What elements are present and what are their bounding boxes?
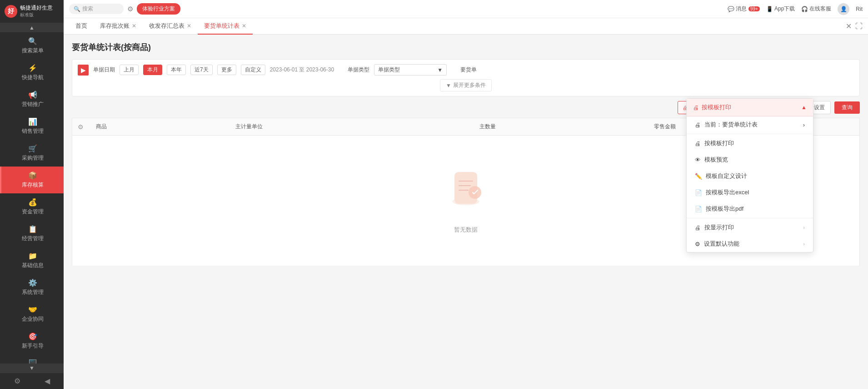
sidebar-item-operations[interactable]: 📋 经营管理 <box>0 220 64 247</box>
current-chevron: › <box>803 121 805 128</box>
newbie-icon: 🎯 <box>28 332 37 341</box>
sidebar-item-label: 新手引导 <box>22 342 44 350</box>
date-this-month-btn[interactable]: 本月 <box>143 65 162 75</box>
settings-bottom-btn[interactable]: ⚙ <box>14 377 20 385</box>
online-service-label: 在线客服 <box>809 5 831 13</box>
set-default-item[interactable]: ⚙ 设置默认功能 › <box>687 236 813 252</box>
print-dropdown-item-2[interactable]: ✏️ 模板自定义设计 <box>687 168 813 184</box>
sidebar-item-label: 系统管理 <box>22 288 44 296</box>
print-dropdown: 🖨 按模板打印 ▲ 🖨 当前：要货单统计表 › 🖨 按模板打印 👁 模板预览 <box>686 98 813 253</box>
filter-expand-icon[interactable]: ▶ <box>78 65 89 76</box>
sidebar-item-label: 搜索菜单 <box>22 47 44 55</box>
display-print-label: 按显示打印 <box>704 223 734 232</box>
dropdown-chevron-icon: ▼ <box>437 67 443 73</box>
search-menu-icon: 🔍 <box>28 37 37 45</box>
divider-1 <box>687 134 813 134</box>
sidebar-item-basic[interactable]: 📁 基础信息 <box>0 247 64 274</box>
sidebar-item-finance[interactable]: 💰 资金管理 <box>0 193 64 220</box>
message-label: 消息 <box>736 5 747 13</box>
col-unit: 主计量单位 <box>230 118 474 136</box>
tab-inventory-batch-label: 库存批次账 <box>100 22 130 30</box>
set-default-left: ⚙ 设置默认功能 <box>695 240 739 248</box>
display-print-item[interactable]: 🖨 按显示打印 › <box>687 219 813 236</box>
date-this-year-btn[interactable]: 本年 <box>167 65 186 75</box>
sidebar-item-newbie[interactable]: 🎯 新手引导 <box>0 328 64 354</box>
sidebar-item-label: 快捷导航 <box>22 74 44 81</box>
sidebar-item-sales[interactable]: 📊 销售管理 <box>0 113 64 140</box>
sidebar-item-search-menu[interactable]: 🔍 搜索菜单 <box>0 32 64 59</box>
set-default-chevron: › <box>803 241 805 247</box>
date-last7-btn[interactable]: 近7天 <box>190 65 213 75</box>
tab-inventory-batch[interactable]: 库存批次账 ✕ <box>94 18 143 35</box>
close-window-btn[interactable]: ✕ <box>846 22 852 30</box>
date-more-btn[interactable]: 更多 <box>217 65 236 75</box>
type-dropdown[interactable]: 单据类型 ▼ <box>374 64 447 76</box>
sidebar-item-purchase[interactable]: 🛒 采购管理 <box>0 140 64 167</box>
filter-row-date: ▶ 单据日期 上月 本月 本年 近7天 更多 自定义 2023-06-01 至 … <box>78 64 854 76</box>
app-download-btn[interactable]: 📱 App下载 <box>766 5 795 13</box>
print-dropdown-item-1[interactable]: 👁 模板预览 <box>687 152 813 168</box>
query-btn[interactable]: 查询 <box>834 101 860 114</box>
sidebar-item-marketing[interactable]: 📢 营销推广 <box>0 86 64 113</box>
print-dropdown-title-area: 🖨 按模板打印 <box>693 103 731 111</box>
filter-bar: ▶ 单据日期 上月 本月 本年 近7天 更多 自定义 2023-06-01 至 … <box>72 59 860 96</box>
search-box[interactable]: 🔍 搜索 <box>69 4 124 14</box>
online-service-btn[interactable]: 🎧 在线客服 <box>801 5 831 13</box>
tab-receipts-summary-close[interactable]: ✕ <box>187 23 191 29</box>
topbar-gear-icon[interactable]: ⚙ <box>127 5 133 13</box>
date-custom-btn[interactable]: 自定义 <box>241 65 265 75</box>
sidebar: 好 畅捷通好生意 标准版 ▲ 🔍 搜索菜单 ⚡ 快捷导航 📢 营销推广 📊 销售… <box>0 0 64 389</box>
avatar[interactable]: 👤 <box>838 3 849 15</box>
set-default-icon: ⚙ <box>695 241 700 248</box>
template-print-label: 按模板打印 <box>704 139 734 147</box>
sidebar-item-collab[interactable]: 🤝 企业协同 <box>0 301 64 328</box>
type-filter-label: 单据类型 <box>348 66 369 74</box>
print-dropdown-close-chevron[interactable]: ▲ <box>801 104 807 111</box>
order-field-label: 要货单 <box>460 66 477 74</box>
print-dropdown-item-4[interactable]: 📄 按模板导出pdf <box>687 201 813 217</box>
template-design-icon: ✏️ <box>695 173 702 180</box>
maximize-window-btn[interactable]: ⛶ <box>855 22 863 30</box>
collab-icon: 🤝 <box>28 305 37 314</box>
sidebar-item-inventory[interactable]: 📦 库存核算 <box>0 167 64 193</box>
sidebar-item-appstore[interactable]: 🖥️ 应用中心 <box>0 354 64 364</box>
sidebar-item-system[interactable]: ⚙️ 系统管理 <box>0 274 64 301</box>
window-btns: ✕ ⛶ <box>846 22 863 30</box>
sidebar-item-label: 库存核算 <box>22 181 44 189</box>
trial-btn[interactable]: 体验行业方案 <box>137 3 180 15</box>
col-quantity: 主数量 <box>474 118 649 136</box>
tab-home[interactable]: 首页 <box>69 18 94 35</box>
display-print-icon: 🖨 <box>695 224 701 231</box>
template-print-icon: 🖨 <box>695 140 701 147</box>
tab-inventory-batch-close[interactable]: ✕ <box>132 23 136 29</box>
tab-receipts-summary[interactable]: 收发存汇总表 ✕ <box>143 18 198 35</box>
template-preview-icon: 👁 <box>695 157 701 163</box>
sidebar-item-label: 基础信息 <box>22 262 44 269</box>
template-pdf-icon: 📄 <box>695 206 702 212</box>
print-dropdown-current[interactable]: 🖨 当前：要货单统计表 › <box>687 116 813 133</box>
sidebar-item-quick-nav[interactable]: ⚡ 快捷导航 <box>0 59 64 86</box>
quick-nav-icon: ⚡ <box>28 64 37 72</box>
operations-icon: 📋 <box>28 225 37 233</box>
tab-order-stats[interactable]: 要货单统计表 ✕ <box>198 18 253 35</box>
print-dropdown-item-3[interactable]: 📄 按模板导出excel <box>687 184 813 201</box>
display-print-left: 🖨 按显示打印 <box>695 223 734 232</box>
topbar: 🔍 搜索 ⚙ 体验行业方案 💬 消息 99+ 📱 App下载 🎧 在线客服 👤 … <box>64 0 868 18</box>
sidebar-scroll-down[interactable]: ▼ <box>0 364 64 373</box>
print-dropdown-item-0[interactable]: 🖨 按模板打印 <box>687 135 813 152</box>
table-settings-icon[interactable]: ⚙ <box>78 123 84 131</box>
type-dropdown-text: 单据类型 <box>378 66 400 74</box>
sidebar-nav: 🔍 搜索菜单 ⚡ 快捷导航 📢 营销推广 📊 销售管理 🛒 采购管理 📦 库存核… <box>0 32 64 364</box>
expand-btn[interactable]: ▼ 展开更多条件 <box>440 79 492 91</box>
template-pdf-label: 按模板导出pdf <box>706 205 743 213</box>
collapse-btn[interactable]: ◀ <box>45 377 50 385</box>
main-area: 🔍 搜索 ⚙ 体验行业方案 💬 消息 99+ 📱 App下载 🎧 在线客服 👤 … <box>64 0 868 389</box>
content-area: 要货单统计表(按商品) ▶ 单据日期 上月 本月 本年 近7天 更多 自定义 2… <box>64 35 868 389</box>
sales-icon: 📊 <box>28 117 37 126</box>
date-prev-month-btn[interactable]: 上月 <box>120 65 139 75</box>
username: Rit <box>856 6 863 12</box>
sidebar-scroll-up[interactable]: ▲ <box>0 23 64 32</box>
message-btn[interactable]: 💬 消息 99+ <box>728 5 760 13</box>
print-dropdown-title: 按模板打印 <box>702 103 731 111</box>
tab-order-stats-close[interactable]: ✕ <box>242 23 246 29</box>
